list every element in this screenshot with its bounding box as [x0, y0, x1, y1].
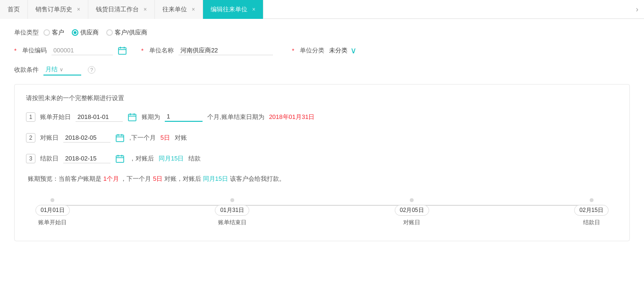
unit-classification-label: 单位分类: [300, 46, 324, 55]
unit-type-label: 单位类型: [14, 28, 39, 37]
timeline-node-3-label: 对账日: [403, 219, 420, 227]
row1-label: 账单开始日: [40, 113, 71, 121]
row3-suffix-post: 结款: [188, 154, 201, 163]
tab-expand-button[interactable]: ›: [630, 5, 644, 14]
radio-both-label: 客户/供应商: [115, 28, 147, 37]
row1-end-date: 2018年01月31日: [269, 113, 315, 121]
preview-part1: 1个月: [103, 175, 119, 182]
row1-suffix-post: 个月,账单结束日期为: [207, 113, 264, 121]
unit-name-input[interactable]: [178, 46, 273, 55]
tab-home[interactable]: 首页: [0, 0, 28, 19]
row1-calendar-icon[interactable]: [127, 112, 137, 122]
tab-edit-counterparty[interactable]: 编辑往来单位 ×: [203, 0, 263, 19]
timeline-item-1: 01月01日 账单开始日: [35, 197, 70, 227]
row1-date-input[interactable]: [76, 112, 123, 122]
timeline-dot-4: [590, 198, 593, 202]
unit-info-row: * 单位编码 * 单位名称 * 单位分类 未分类 ∨: [14, 45, 630, 56]
radio-both[interactable]: 客户/供应商: [106, 28, 147, 37]
row3-label: 结款日: [40, 154, 59, 163]
payment-label: 收款条件: [14, 66, 39, 74]
row2-label: 对账日: [40, 134, 59, 142]
tab-edit-counterparty-close[interactable]: ×: [252, 6, 255, 13]
tab-counterparty[interactable]: 往来单位 ×: [155, 0, 203, 19]
row1-period-input[interactable]: [165, 112, 203, 122]
timeline-dot-1: [51, 198, 54, 202]
preview-prefix: 账期预览：当前客户账期是: [28, 175, 102, 182]
row3-date-input[interactable]: [63, 154, 110, 163]
radio-customer-label: 客户: [52, 28, 64, 37]
timeline-node-2: 01月31日: [215, 205, 249, 216]
svg-rect-4: [128, 114, 136, 121]
radio-supplier[interactable]: 供应商: [72, 28, 99, 37]
tab-home-label: 首页: [8, 5, 20, 14]
preview-sep2: 对账，对账后: [164, 175, 201, 182]
timeline-dot-3: [410, 198, 414, 202]
row2-calendar-icon[interactable]: [115, 133, 125, 143]
tab-sales-order-label: 销售订单历史: [35, 5, 72, 14]
preview-part2: 5日: [153, 175, 162, 182]
unit-classification-value: 未分类: [329, 46, 347, 55]
timeline-dot-2: [230, 198, 234, 202]
preview-suffix: 该客户会给我打款。: [230, 175, 285, 182]
row2-suffix-pre: ,下一个月: [129, 134, 156, 142]
radio-customer[interactable]: 客户: [43, 28, 64, 37]
step-2-num: 2: [26, 133, 35, 143]
radio-both-circle: [106, 29, 113, 36]
tab-counterparty-label: 往来单位: [162, 5, 187, 14]
unit-type-row: 单位类型 客户 供应商 客户/供应商: [14, 28, 630, 37]
payment-help-icon[interactable]: ?: [88, 66, 95, 74]
payment-select[interactable]: 月结 ∨: [43, 64, 81, 76]
timeline-node-4: 02月15日: [574, 205, 609, 216]
row2-date-input[interactable]: [63, 133, 110, 143]
setting-row-1: 1 账单开始日 账期为 个月,账单结束日期为 2018年01月31日: [26, 112, 618, 122]
classification-required-star: *: [292, 47, 294, 54]
preview-sep1: ，下一个月: [120, 175, 151, 182]
unit-code-calendar-icon[interactable]: [118, 46, 127, 55]
period-settings-section: 请按照未来的一个完整帐期进行设置 1 账单开始日 账期为 个月,账单结束日期为 …: [14, 84, 630, 241]
radio-customer-circle: [43, 29, 50, 36]
row3-calendar-icon[interactable]: [115, 154, 125, 163]
row1-suffix-pre: 账期为: [142, 113, 160, 121]
setting-row-3: 3 结款日 ，对账后 同月15日 结款: [26, 154, 618, 163]
setting-row-2: 2 对账日 ,下一个月 5日 对账: [26, 133, 618, 143]
timeline-item-3: 02月05日 对账日: [395, 197, 429, 227]
unit-code-input[interactable]: [51, 46, 113, 55]
payment-value: 月结: [45, 65, 58, 74]
name-required-star: *: [141, 47, 144, 54]
svg-rect-0: [119, 48, 126, 54]
tab-edit-counterparty-label: 编辑往来单位: [211, 5, 247, 14]
timeline-node-1: 01月01日: [35, 205, 70, 216]
tab-cash-ledger-close[interactable]: ×: [144, 6, 147, 13]
preview-part3: 同月15日: [203, 175, 228, 182]
help-icon-text: ?: [90, 67, 93, 73]
step-1-num: 1: [26, 112, 35, 122]
tab-cash-ledger-label: 钱货日清工作台: [96, 5, 139, 14]
tab-sales-order-close[interactable]: ×: [77, 6, 80, 13]
unit-classification-wrapper[interactable]: 未分类 ∨: [329, 45, 356, 56]
radio-supplier-circle: [72, 29, 78, 36]
code-required-star: *: [14, 47, 17, 54]
row2-highlight: 5日: [161, 134, 170, 142]
timeline-container: 01月01日 账单开始日 01月31日 账单结束日 02月05日 对账日: [26, 193, 618, 231]
svg-rect-8: [116, 135, 124, 142]
tab-counterparty-close[interactable]: ×: [192, 6, 195, 13]
unit-code-label: 单位编码: [22, 46, 47, 55]
svg-rect-12: [116, 156, 124, 162]
timeline-node-1-label: 账单开始日: [38, 219, 67, 227]
section-instruction: 请按照未来的一个完整帐期进行设置: [26, 94, 618, 102]
timeline-node-2-label: 账单结束日: [218, 219, 246, 227]
row3-highlight: 同月15日: [159, 154, 184, 163]
tab-bar: 首页 销售订单历史 × 钱货日清工作台 × 往来单位 × 编辑往来单位 × ›: [0, 0, 644, 19]
timeline-items: 01月01日 账单开始日 01月31日 账单结束日 02月05日 对账日: [35, 197, 609, 227]
classification-dropdown-arrow[interactable]: ∨: [350, 45, 356, 56]
unit-name-label: 单位名称: [149, 46, 174, 55]
tab-sales-order[interactable]: 销售订单历史 ×: [28, 0, 88, 19]
payment-select-arrow: ∨: [59, 67, 63, 73]
timeline-node-4-label: 结款日: [583, 219, 600, 227]
unit-type-radio-group: 客户 供应商 客户/供应商: [43, 28, 147, 37]
preview-text: 账期预览：当前客户账期是 1个月 ，下一个月 5日 对账，对账后 同月15日 该…: [26, 175, 618, 183]
timeline-item-2: 01月31日 账单结束日: [215, 197, 249, 227]
tab-cash-ledger[interactable]: 钱货日清工作台 ×: [88, 0, 155, 19]
timeline-item-4: 02月15日 结款日: [574, 197, 609, 227]
row2-suffix-post: 对账: [175, 134, 187, 142]
